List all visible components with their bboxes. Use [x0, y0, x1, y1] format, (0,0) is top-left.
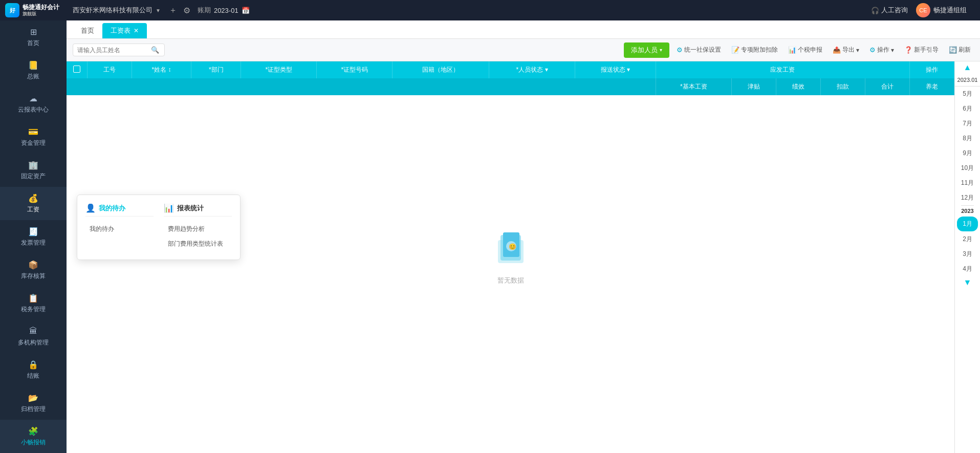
ledger-icon: 📒 [28, 60, 38, 70]
col-emp-no: 工号 [87, 61, 132, 78]
col-subsidy: 津贴 [731, 78, 776, 95]
report-icon: 🧩 [28, 426, 38, 436]
col-nation: 国籍（地区） [393, 61, 489, 78]
special-deduction-action[interactable]: 📝 专项附加扣除 [728, 44, 781, 56]
month-item-11[interactable]: 11月 [955, 176, 980, 190]
empty-state: 😊 暂无数据 [490, 230, 531, 285]
month-item-3[interactable]: 3月 [955, 247, 980, 262]
tab-home[interactable]: 首页 [73, 23, 102, 38]
sidebar-item-inventory[interactable]: 📦 库存核算 [0, 253, 67, 287]
search-box: 🔍 [73, 44, 165, 56]
company-selector[interactable]: 西安虾米网络科技有限公司 ▼ [67, 6, 167, 15]
new-guide-action[interactable]: ❓ 新手引导 [901, 44, 942, 56]
col-operation: 操作 [909, 61, 954, 78]
popup-item-my-todo[interactable]: 我的待办 [85, 222, 154, 236]
month-up-nav[interactable]: ▲ [962, 61, 973, 74]
col-id-type: *证型类型 [241, 61, 317, 78]
svg-text:😊: 😊 [509, 243, 516, 250]
report-stats-icon: 📊 [164, 203, 174, 213]
col-report-status: 报送状态 ▾ [575, 61, 656, 78]
add-icon[interactable]: ＋ [167, 3, 179, 18]
tax-icon: 📋 [28, 293, 38, 303]
salary-icon: 💰 [28, 193, 38, 203]
popup-col2-header[interactable]: 📊 报表统计 [164, 203, 232, 217]
month-item-6[interactable]: 6月 [955, 101, 980, 116]
social-security-icon: ⚙ [677, 46, 683, 54]
month-down-nav[interactable]: ▼ [962, 276, 973, 289]
fund-icon: 💳 [28, 126, 38, 137]
cloud-icon: ☁ [28, 93, 38, 103]
popup-item-cost-trend[interactable]: 费用趋势分析 [164, 222, 232, 236]
col-should-pay-group: 应发工资 [656, 61, 909, 78]
sidebar-item-fund[interactable]: 💳 资金管理 [0, 120, 67, 154]
popup-col-reports: 📊 报表统计 费用趋势分析 部门费用类型统计表 [164, 203, 232, 251]
invoice-icon: 🧾 [28, 226, 38, 236]
building-icon: 🏢 [28, 160, 38, 170]
lock-icon: 🔒 [28, 359, 38, 370]
sidebar-item-ledger[interactable]: 📒 总账 [0, 54, 67, 87]
month-item-1[interactable]: 1月 [957, 217, 978, 231]
logo-icon: 好 [5, 3, 19, 17]
col-dept: *部门 [191, 61, 241, 78]
tab-bar: 首页 工资表 ✕ [67, 20, 980, 39]
period-value[interactable]: 2023-01 [214, 7, 238, 14]
sidebar-item-xiaochang[interactable]: 🧩 小畅报销 [0, 420, 67, 453]
empty-illustration: 😊 [490, 230, 531, 271]
col-status: *人员状态 ▾ [489, 61, 575, 78]
todo-icon: 👤 [85, 203, 96, 213]
operation-action[interactable]: ⚙ 操作 ▾ [866, 44, 897, 56]
month-item-9[interactable]: 9月 [955, 146, 980, 161]
month-item-4[interactable]: 4月 [955, 262, 980, 276]
sidebar-item-fixed-assets[interactable]: 🏢 固定资产 [0, 154, 67, 187]
col-deduct: 扣款 [820, 78, 865, 95]
logo-text: 畅捷通好会计 旗舰版 [23, 4, 59, 16]
sidebar-item-multi-org[interactable]: 🏛 多机构管理 [0, 320, 67, 353]
sidebar-item-invoice[interactable]: 🧾 发票管理 [0, 220, 67, 253]
month-panel-year-header: 2023.01 [955, 74, 980, 87]
search-input[interactable] [77, 47, 149, 54]
col-name: *姓名 ↕ [132, 61, 191, 78]
sidebar-item-archive[interactable]: 📂 归档管理 [0, 386, 67, 420]
sidebar-item-closing[interactable]: 🔒 结账 [0, 353, 67, 386]
sidebar: ⊞ 首页 📒 总账 ☁ 云报表中心 💳 资金管理 🏢 固定资产 💰 工资 🧾 发… [0, 20, 67, 453]
calendar-icon[interactable]: 📅 [242, 7, 250, 14]
export-action[interactable]: 📤 导出 ▾ [830, 44, 862, 56]
search-icon[interactable]: 🔍 [151, 46, 159, 54]
month-item-7[interactable]: 7月 [955, 116, 980, 131]
select-all-checkbox[interactable] [73, 66, 80, 73]
month-item-2[interactable]: 2月 [955, 232, 980, 247]
tab-close-icon[interactable]: ✕ [134, 27, 139, 34]
sidebar-item-tax[interactable]: 📋 税务管理 [0, 287, 67, 320]
popup-row: 👤 我的待办 我的待办 📊 报表统计 费用趋势分析 部门费用类型统计表 [85, 203, 232, 251]
month-item-8[interactable]: 8月 [955, 131, 980, 146]
tab-payroll[interactable]: 工资表 ✕ [102, 23, 147, 38]
support-button[interactable]: 🎧 人工咨询 [871, 6, 908, 15]
avatar: CE [916, 3, 930, 17]
logo: 好 畅捷通好会计 旗舰版 [5, 3, 67, 17]
month-item-5[interactable]: 5月 [955, 87, 980, 101]
headset-icon: 🎧 [871, 7, 879, 14]
popup-col1-header[interactable]: 👤 我的待办 [85, 203, 154, 217]
top-actions: ＋ ⚙ [167, 3, 192, 18]
period-area: 账期 2023-01 📅 [192, 6, 255, 15]
tax-report-action[interactable]: 📊 个税申报 [785, 44, 825, 56]
operation-icon: ⚙ [869, 46, 876, 54]
social-security-action[interactable]: ⚙ 统一社保设置 [673, 44, 724, 56]
month-item-12[interactable]: 12月 [955, 190, 980, 205]
col-checkbox [67, 61, 87, 78]
add-dropdown-arrow: ▾ [660, 47, 662, 53]
home-icon: ⊞ [28, 27, 38, 37]
user-info[interactable]: CE 畅捷通组组 [916, 3, 967, 17]
sidebar-item-home[interactable]: ⊞ 首页 [0, 20, 67, 54]
tax-report-icon: 📊 [788, 46, 796, 54]
add-person-button[interactable]: 添加人员 ▾ [624, 42, 669, 58]
toolbar: 🔍 添加人员 ▾ ⚙ 统一社保设置 📝 专项附加扣除 📊 个税申报 📤 导出 [67, 39, 980, 61]
settings-icon[interactable]: ⚙ [181, 4, 192, 17]
sidebar-item-cloud-report[interactable]: ☁ 云报表中心 [0, 87, 67, 120]
export-icon: 📤 [833, 46, 841, 54]
popup-item-dept-cost[interactable]: 部门费用类型统计表 [164, 236, 232, 251]
refresh-action[interactable]: 🔄 刷新 [946, 44, 974, 56]
refresh-icon: 🔄 [949, 46, 957, 54]
month-item-10[interactable]: 10月 [955, 161, 980, 176]
sidebar-item-salary[interactable]: 💰 工资 [0, 187, 67, 220]
